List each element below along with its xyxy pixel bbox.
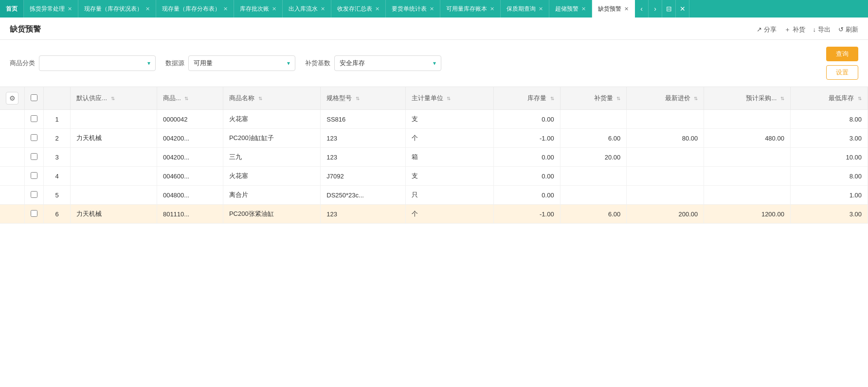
cell-replenish-qty [560,167,627,186]
close-icon[interactable]: ✕ [145,6,150,12]
row-checkbox[interactable] [31,191,37,198]
col-unit[interactable]: 主计量单位 ⇅ [405,87,493,110]
query-button[interactable]: 查询 [826,47,858,61]
tab-requisition-stat[interactable]: 要货单统计表 ✕ [386,0,440,18]
cell-default-supplier: 力天机械 [71,205,157,224]
tab-nav-prev[interactable]: ‹ [635,0,649,18]
col-header-label: 主计量单位 [412,94,443,102]
cell-spec: SS816 [321,110,405,129]
close-icon[interactable]: ✕ [490,6,494,12]
col-latest-price[interactable]: 最新进价 ⇅ [627,87,704,110]
tab-home-label: 首页 [6,5,18,13]
row-checkbox[interactable] [31,115,37,122]
settings-button[interactable]: 设置 [826,65,858,80]
chevron-down-icon: ▾ [433,60,436,67]
cell-unit: 支 [405,110,493,129]
sort-icon: ⇅ [550,96,554,101]
cell-product-code: 004800... [157,186,223,205]
close-icon[interactable]: ✕ [539,6,543,12]
export-action[interactable]: ↓ 导出 [813,25,831,34]
table-row: 6 力天机械 801110... PC200张紧油缸 123 个 -1.00 6… [0,205,868,224]
cell-estimated-purchase [704,186,791,205]
cell-product-name: 三九 [223,148,320,167]
cell-replenish-qty: 6.00 [560,129,627,148]
tab-nav-next[interactable]: › [649,0,662,18]
cell-settings [0,110,25,129]
tab-receive-summary[interactable]: 收发存汇总表 ✕ [331,0,386,18]
filter-bar: 商品分类 ▾ 数据源 可用量 ▾ 补货基数 安全库存 ▾ 查询 设置 [0,40,868,87]
close-icon[interactable]: ✕ [430,6,434,12]
cell-stock-qty: 0.00 [493,167,560,186]
datasource-value: 可用量 [194,59,213,68]
datasource-select[interactable]: 可用量 ▾ [188,55,295,71]
close-icon[interactable]: ✕ [321,6,325,12]
refresh-action[interactable]: ↺ 刷新 [838,25,858,34]
tab-inventory-status[interactable]: 现存量（库存状况表） ✕ [78,0,156,18]
close-icon[interactable]: ✕ [68,6,72,12]
table-row: 4 004600... 火花塞 J7092 支 0.00 8.00 [0,167,868,186]
sort-icon: ⇅ [858,96,862,101]
cell-settings [0,129,25,148]
category-select[interactable]: ▾ [39,55,156,71]
col-spec[interactable]: 规格型号 ⇅ [321,87,405,110]
col-product-name[interactable]: 商品名称 ⇅ [223,87,320,110]
tab-home[interactable]: 首页 [0,0,24,18]
close-icon[interactable]: ✕ [223,6,228,12]
share-icon: ↗ [757,26,762,33]
tab-inout-flow[interactable]: 出入库流水 ✕ [283,0,331,18]
cell-replenish-qty: 6.00 [560,205,627,224]
col-default-supplier[interactable]: 默认供应... ⇅ [71,87,157,110]
tab-overstock-warning[interactable]: 超储预警 ✕ [549,0,592,18]
row-checkbox[interactable] [31,153,37,160]
col-replenish-qty[interactable]: 补货量 ⇅ [560,87,627,110]
col-estimated-purchase[interactable]: 预计采购... ⇅ [704,87,791,110]
tab-label: 缺货预警 [598,5,621,13]
tab-label: 可用量库存账本 [446,5,487,13]
column-settings-icon[interactable]: ⚙ [6,92,18,105]
sort-icon: ⇅ [694,96,698,101]
tab-expiry-query[interactable]: 保质期查询 ✕ [501,0,549,18]
col-index [44,87,71,110]
col-product-code[interactable]: 商品... ⇅ [157,87,223,110]
cell-product-name: 离合片 [223,186,320,205]
col-min-stock[interactable]: 最低库存 ⇅ [790,87,868,110]
tab-minimize-btn[interactable]: ⊟ [662,0,676,18]
replenish-action[interactable]: ＋ 补货 [784,25,805,34]
tab-close-all-btn[interactable]: ✕ [676,0,689,18]
col-header-label: 最低库存 [829,94,854,102]
table-row: 5 004800... 离合片 DS250*23c... 只 0.00 1.00 [0,186,868,205]
cell-product-code: 004200... [157,148,223,167]
share-action[interactable]: ↗ 分享 [757,25,777,34]
sort-icon: ⇅ [780,96,784,101]
close-icon[interactable]: ✕ [375,6,380,12]
cell-default-supplier [71,148,157,167]
cell-product-code: 0000042 [157,110,223,129]
cell-stock-qty: 0.00 [493,148,560,167]
export-label: 导出 [818,25,831,34]
replenish-base-select[interactable]: 安全库存 ▾ [334,55,441,71]
tab-defect-handling[interactable]: 拣货异常处理 ✕ [24,0,78,18]
replenish-label: 补货 [793,25,805,34]
cell-product-code: 004200... [157,129,223,148]
replenish-base-label: 补货基数 [305,59,330,68]
table-row: 3 004200... 三九 123 箱 0.00 20.00 10.00 [0,148,868,167]
replenish-base-value: 安全库存 [340,59,365,68]
tab-shortage-warning[interactable]: 缺货预警 ✕ [592,0,635,18]
close-icon[interactable]: ✕ [581,6,586,12]
tab-batch-account[interactable]: 库存批次账 ✕ [234,0,283,18]
tab-inventory-dist[interactable]: 现存量（库存分布表） ✕ [156,0,234,18]
col-header-label: 库存量 [527,94,546,102]
row-checkbox[interactable] [31,134,37,141]
cell-default-supplier [71,186,157,205]
datasource-label: 数据源 [165,59,184,68]
close-icon[interactable]: ✕ [272,6,276,12]
page-container: 缺货预警 ↗ 分享 ＋ 补货 ↓ 导出 ↺ 刷新 商品分类 [0,18,868,387]
row-checkbox[interactable] [31,210,37,217]
select-all-checkbox[interactable] [31,94,37,101]
tab-label: 超储预警 [555,5,579,13]
col-stock-qty[interactable]: 库存量 ⇅ [493,87,560,110]
col-header-label: 最新进价 [665,94,690,102]
close-icon[interactable]: ✕ [624,6,629,12]
tab-available-ledger[interactable]: 可用量库存账本 ✕ [440,0,501,18]
row-checkbox[interactable] [31,172,37,179]
